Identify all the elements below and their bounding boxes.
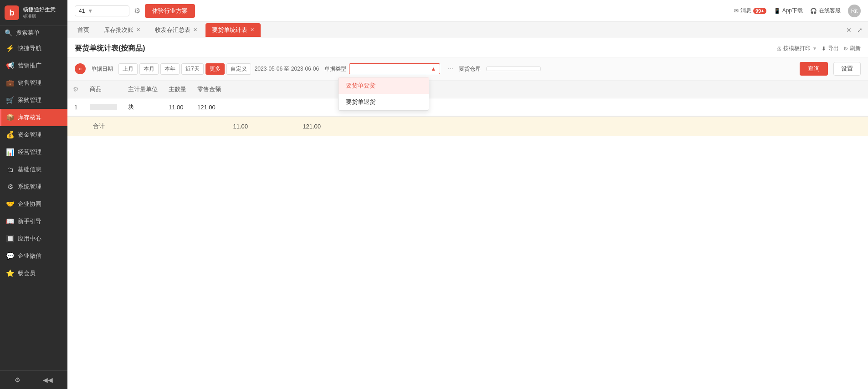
warehouse-select-box[interactable]	[486, 67, 541, 71]
filter-bar: » 单据日期 上月 本月 本年 近7天 更多 自定义 2023-05-06 至 …	[67, 57, 868, 81]
tab-list: 首页库存批次账✕收发存汇总表✕要货单统计表✕	[71, 23, 262, 37]
warehouse-filter-label: 要货仓库	[459, 65, 481, 73]
tab-0[interactable]: 首页	[71, 23, 96, 37]
sidebar-icon-12: 💬	[6, 252, 14, 260]
sidebar-item-8[interactable]: ⚙系统管理	[0, 178, 67, 195]
sidebar-search[interactable]: 🔍 搜索菜单	[0, 26, 67, 40]
export-btn[interactable]: ⬇ 导出	[822, 45, 839, 52]
main-area: 41 ▼ ⚙ 体验行业方案 ✉ 消息 99+ 📱 App下载 🎧 在线客服	[67, 0, 868, 389]
maximize-tab-btn[interactable]: ⤢	[855, 26, 864, 35]
tabbar: 首页库存批次账✕收发存汇总表✕要货单统计表✕ ✕ ⤢	[67, 22, 868, 38]
dropdown-item-1[interactable]: 要货单退货	[339, 94, 429, 110]
date-this-month[interactable]: 本月	[139, 63, 159, 75]
col-unit: 主计量单位	[123, 81, 163, 98]
table-gear-icon[interactable]: ⚙	[73, 86, 79, 93]
sidebar: b 畅捷通好生意 标准版 🔍 搜索菜单 ⚡快捷导航📢营销推广💼销售管理🛒采购管理…	[0, 0, 67, 389]
sidebar-item-0[interactable]: ⚡快捷导航	[0, 40, 67, 57]
tab-3[interactable]: 要货单统计表✕	[205, 23, 261, 37]
sidebar-item-1[interactable]: 📢营销推广	[0, 57, 67, 74]
sidebar-item-7[interactable]: 🗂基础信息	[0, 161, 67, 178]
type-select-box[interactable]: ▲	[349, 63, 440, 74]
filter-expand-btn[interactable]: »	[75, 63, 86, 74]
date-more-btn[interactable]: 更多	[205, 63, 225, 75]
company-select-chevron: ▼	[87, 8, 93, 14]
type-select-value	[353, 66, 431, 72]
col-amount: 零售金额	[192, 81, 226, 98]
sidebar-item-2[interactable]: 💼销售管理	[0, 74, 67, 92]
user-avatar: Rit	[848, 5, 861, 17]
tab-2[interactable]: 收发存汇总表✕	[149, 23, 204, 37]
app-download-btn[interactable]: 📱 App下载	[774, 7, 803, 15]
date-last-7days[interactable]: 近7天	[181, 63, 204, 75]
date-last-month[interactable]: 上月	[118, 63, 138, 75]
sidebar-icon-0: ⚡	[6, 44, 14, 52]
topbar-left: 41 ▼ ⚙ 体验行业方案	[75, 4, 195, 18]
topbar: 41 ▼ ⚙ 体验行业方案 ✉ 消息 99+ 📱 App下载 🎧 在线客服	[67, 0, 868, 22]
app-name: 畅捷通好生意 标准版	[23, 6, 56, 20]
print-btn[interactable]: 🖨 按模板打印 ▼	[776, 45, 817, 52]
col-product: 商品	[84, 81, 123, 98]
sidebar-icon-1: 📢	[6, 61, 14, 70]
industry-btn[interactable]: 体验行业方案	[145, 4, 195, 18]
data-table: ⚙ 商品 主计量单位 主数量 零售金额 1 块 11.00	[67, 81, 868, 116]
filter-more-dots[interactable]: ···	[447, 65, 453, 73]
sidebar-item-3[interactable]: 🛒采购管理	[0, 92, 67, 109]
company-select[interactable]: 41 ▼	[75, 5, 129, 16]
sidebar-icon-5: 💰	[6, 131, 14, 139]
topbar-gear-icon[interactable]: ⚙	[134, 6, 140, 15]
date-filter-group: 上月 本月 本年 近7天 更多 自定义 2023-05-06 至 2023-06…	[118, 63, 319, 75]
collapse-btn[interactable]: ◀◀	[41, 374, 55, 385]
print-chevron: ▼	[812, 46, 817, 51]
search-icon: 🔍	[5, 29, 12, 36]
sidebar-icon-9: 🤝	[6, 200, 14, 208]
sidebar-item-12[interactable]: 💬企业微信	[0, 247, 67, 265]
sidebar-icon-3: 🛒	[6, 96, 14, 104]
table-footer: 合计 11.00 121.00	[67, 116, 868, 136]
download-icon: 📱	[774, 8, 781, 14]
topbar-right: ✉ 消息 99+ 📱 App下载 🎧 在线客服 Rit	[734, 5, 861, 17]
col-qty: 主数量	[163, 81, 192, 98]
tabbar-controls: ✕ ⤢	[844, 26, 864, 35]
sidebar-item-13[interactable]: ⭐畅会员	[0, 265, 67, 282]
sidebar-icon-6: 📊	[6, 148, 14, 156]
table-body: 1 块 11.00 121.00	[67, 98, 868, 116]
date-this-year[interactable]: 本年	[160, 63, 180, 75]
settings-bottom-btn[interactable]: ⚙	[13, 374, 22, 385]
tab-1[interactable]: 库存批次账✕	[98, 23, 147, 37]
sidebar-icon-8: ⚙	[6, 183, 14, 191]
sidebar-item-10[interactable]: 📖新手引导	[0, 213, 67, 230]
refresh-btn[interactable]: ↻ 刷新	[843, 45, 861, 52]
type-filter-label: 单据类型	[324, 65, 346, 73]
sidebar-item-4[interactable]: 📦库存核算	[0, 109, 67, 126]
print-icon: 🖨	[776, 46, 781, 52]
sidebar-icon-2: 💼	[6, 79, 14, 87]
table-row: 1 块 11.00 121.00	[67, 98, 868, 116]
app-logo-icon: b	[5, 5, 19, 20]
sidebar-nav: ⚡快捷导航📢营销推广💼销售管理🛒采购管理📦库存核算💰资金管理📊经营管理🗂基础信息…	[0, 40, 67, 370]
export-icon: ⬇	[822, 46, 826, 52]
sidebar-item-6[interactable]: 📊经营管理	[0, 143, 67, 161]
user-area[interactable]: Rit	[848, 5, 861, 17]
tab-close-3[interactable]: ✕	[250, 27, 254, 33]
query-btn[interactable]: 查询	[800, 62, 828, 76]
sidebar-item-11[interactable]: 🔲应用中心	[0, 230, 67, 247]
online-service-btn[interactable]: 🎧 在线客服	[810, 7, 841, 15]
sidebar-item-9[interactable]: 🤝企业协同	[0, 195, 67, 213]
tab-close-2[interactable]: ✕	[193, 27, 197, 33]
date-custom-btn[interactable]: 自定义	[226, 63, 251, 75]
sidebar-icon-4: 📦	[6, 113, 14, 122]
type-dropdown: 要货单要货 要货单退货	[338, 77, 429, 111]
footer-amount: 121.00	[275, 123, 321, 130]
settings-btn[interactable]: 设置	[833, 62, 861, 76]
type-select-chevron: ▲	[431, 66, 436, 72]
message-btn[interactable]: ✉ 消息 99+	[734, 7, 766, 15]
date-filter-label: 单据日期	[91, 65, 113, 73]
tab-close-1[interactable]: ✕	[136, 27, 140, 33]
close-tab-btn[interactable]: ✕	[844, 26, 853, 35]
dropdown-item-0[interactable]: 要货单要货	[339, 77, 429, 94]
type-filter-group: 单据类型 ▲ 要货单要货 要货单退货	[324, 63, 440, 74]
sidebar-item-5[interactable]: 💰资金管理	[0, 126, 67, 143]
message-badge: 99+	[753, 8, 766, 14]
sidebar-icon-11: 🔲	[6, 235, 14, 243]
total-label: 合计	[93, 122, 184, 130]
